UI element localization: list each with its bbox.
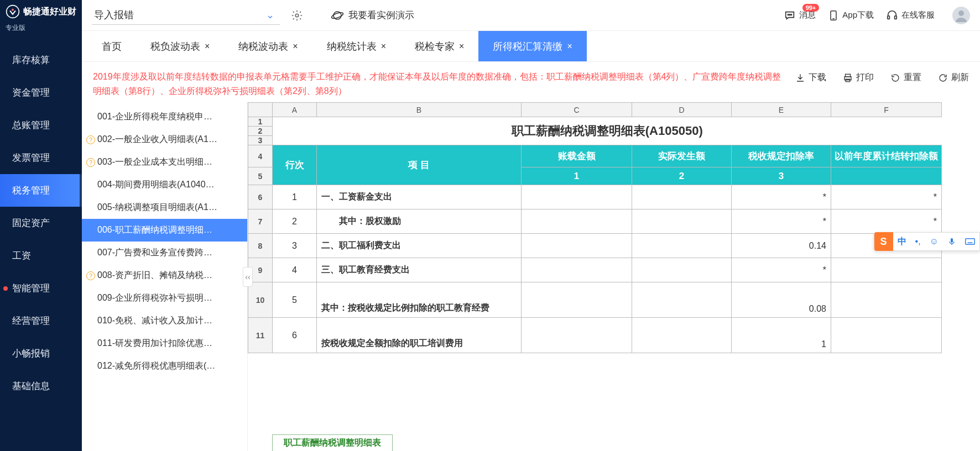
nav-item-9[interactable]: 小畅报销 bbox=[0, 337, 82, 370]
cell[interactable] bbox=[632, 234, 732, 258]
form-item-8[interactable]: 009-企业所得税弥补亏损明… bbox=[82, 287, 247, 310]
cell[interactable]: 其中：股权激励 bbox=[317, 209, 522, 234]
cell[interactable] bbox=[522, 258, 632, 282]
ime-lang[interactable]: 中 bbox=[893, 236, 911, 248]
cell[interactable]: 1 bbox=[732, 318, 831, 353]
form-item-5[interactable]: 006-职工薪酬纳税调整明细… bbox=[82, 219, 247, 242]
cell[interactable]: 3 bbox=[273, 234, 317, 258]
ime-punct-icon[interactable]: •, bbox=[911, 237, 925, 247]
nav-item-0[interactable]: 库存核算 bbox=[0, 44, 82, 76]
form-item-7[interactable]: 008-资产折旧、摊销及纳税…? bbox=[82, 264, 247, 287]
cell[interactable] bbox=[632, 258, 732, 282]
cell[interactable] bbox=[632, 209, 732, 234]
close-icon[interactable]: × bbox=[381, 41, 386, 51]
cell[interactable]: 二、职工福利费支出 bbox=[317, 234, 522, 258]
print-button[interactable]: 打印 bbox=[843, 72, 874, 83]
refresh-button[interactable]: 刷新 bbox=[938, 72, 969, 83]
nav-item-4[interactable]: 税务管理 bbox=[0, 174, 82, 207]
form-item-0[interactable]: 001-企业所得税年度纳税申… bbox=[82, 106, 247, 128]
cell[interactable] bbox=[522, 209, 632, 234]
gear-icon[interactable] bbox=[291, 9, 303, 22]
cell[interactable]: * bbox=[831, 209, 942, 234]
search-input[interactable] bbox=[94, 9, 258, 21]
col-header[interactable]: F bbox=[831, 103, 942, 117]
tab-2[interactable]: 纳税波动表× bbox=[224, 31, 312, 61]
app-download-button[interactable]: App下载 bbox=[828, 9, 874, 22]
nav-item-8[interactable]: 经营管理 bbox=[0, 305, 82, 337]
form-item-4[interactable]: 005-纳税调整项目明细表(A1… bbox=[82, 196, 247, 219]
tab-3[interactable]: 纳税统计表× bbox=[312, 31, 400, 61]
nav-item-7[interactable]: 智能管理 bbox=[0, 272, 82, 305]
cell[interactable]: 三、职工教育经费支出 bbox=[317, 258, 522, 282]
cell[interactable] bbox=[831, 282, 942, 318]
cell[interactable]: 5 bbox=[273, 282, 317, 318]
cell[interactable] bbox=[831, 318, 942, 353]
cell[interactable] bbox=[831, 258, 942, 282]
cell[interactable]: * bbox=[831, 185, 942, 209]
form-item-9[interactable]: 010-免税、减计收入及加计… bbox=[82, 310, 247, 332]
cell[interactable] bbox=[632, 318, 732, 353]
cell[interactable]: 按税收规定全额扣除的职工培训费用 bbox=[317, 318, 522, 353]
form-item-3[interactable]: 004-期间费用明细表(A1040… bbox=[82, 174, 247, 196]
sheet-bottom-tab[interactable]: 职工薪酬纳税调整明细表 bbox=[272, 434, 393, 451]
cell[interactable]: * bbox=[732, 185, 831, 209]
warn-icon: ? bbox=[86, 135, 95, 144]
nav-item-5[interactable]: 固定资产 bbox=[0, 207, 82, 239]
collapse-handle[interactable]: ‹‹ bbox=[243, 267, 253, 287]
form-item-2[interactable]: 003-一般企业成本支出明细…? bbox=[82, 151, 247, 174]
nav-item-10[interactable]: 基础信息 bbox=[0, 370, 82, 402]
form-item-6[interactable]: 007-广告费和业务宣传费跨… bbox=[82, 242, 247, 264]
ime-keyboard-icon[interactable] bbox=[961, 238, 979, 245]
close-icon[interactable]: × bbox=[567, 41, 572, 51]
reset-button[interactable]: 重置 bbox=[890, 72, 921, 83]
spreadsheet[interactable]: ABCDEF1职工薪酬纳税调整明细表(A105050)234行次项 目账载金额实… bbox=[248, 102, 980, 451]
cell[interactable] bbox=[522, 234, 632, 258]
col-header[interactable]: A bbox=[273, 103, 317, 117]
close-icon[interactable]: × bbox=[205, 41, 210, 51]
col-header[interactable]: B bbox=[317, 103, 522, 117]
tab-1[interactable]: 税负波动表× bbox=[136, 31, 224, 61]
tab-4[interactable]: 税检专家× bbox=[400, 31, 478, 61]
cell[interactable]: 其中：按税收规定比例扣除的职工教育经费 bbox=[317, 282, 522, 318]
ime-toolbar[interactable]: S 中 •, ☺ bbox=[874, 232, 980, 251]
support-button[interactable]: 在线客服 bbox=[886, 9, 935, 22]
messages-label: 消息 bbox=[799, 10, 816, 20]
cell[interactable] bbox=[632, 185, 732, 209]
cell[interactable]: * bbox=[732, 209, 831, 234]
col-header[interactable]: D bbox=[632, 103, 732, 117]
cell[interactable]: 1 bbox=[273, 185, 317, 209]
tab-5[interactable]: 所得税汇算清缴× bbox=[478, 31, 586, 61]
col-header[interactable]: E bbox=[732, 103, 831, 117]
avatar[interactable] bbox=[952, 7, 970, 24]
cell[interactable] bbox=[522, 318, 632, 353]
cell[interactable]: 0.08 bbox=[732, 282, 831, 318]
demo-link[interactable]: 我要看实例演示 bbox=[331, 9, 414, 22]
close-icon[interactable]: × bbox=[293, 41, 298, 51]
ime-mic-icon[interactable] bbox=[943, 237, 961, 247]
search-box[interactable]: ⌄ bbox=[92, 6, 280, 25]
cell[interactable] bbox=[522, 185, 632, 209]
cell[interactable]: 一、工资薪金支出 bbox=[317, 185, 522, 209]
nav-item-2[interactable]: 总账管理 bbox=[0, 109, 82, 141]
cell[interactable]: 6 bbox=[273, 318, 317, 353]
form-item-10[interactable]: 011-研发费用加计扣除优惠… bbox=[82, 332, 247, 355]
close-icon[interactable]: × bbox=[459, 41, 464, 51]
chevron-down-icon[interactable]: ⌄ bbox=[263, 9, 278, 21]
form-item-1[interactable]: 002-一般企业收入明细表(A1…? bbox=[82, 128, 247, 151]
cell[interactable] bbox=[522, 282, 632, 318]
nav-item-6[interactable]: 工资 bbox=[0, 239, 82, 272]
tab-0[interactable]: 首页 bbox=[87, 31, 136, 61]
cell[interactable] bbox=[632, 282, 732, 318]
refresh-icon bbox=[938, 73, 948, 83]
messages-button[interactable]: 消息 99+ bbox=[784, 9, 816, 22]
cell[interactable]: 4 bbox=[273, 258, 317, 282]
cell[interactable]: 0.14 bbox=[732, 234, 831, 258]
ime-face-icon[interactable]: ☺ bbox=[925, 237, 943, 247]
form-item-11[interactable]: 012-减免所得税优惠明细表(… bbox=[82, 355, 247, 377]
cell[interactable]: 2 bbox=[273, 209, 317, 234]
nav-item-1[interactable]: 资金管理 bbox=[0, 76, 82, 109]
nav-item-3[interactable]: 发票管理 bbox=[0, 141, 82, 174]
col-header[interactable]: C bbox=[522, 103, 632, 117]
download-button[interactable]: 下载 bbox=[795, 72, 826, 83]
cell[interactable]: * bbox=[732, 258, 831, 282]
